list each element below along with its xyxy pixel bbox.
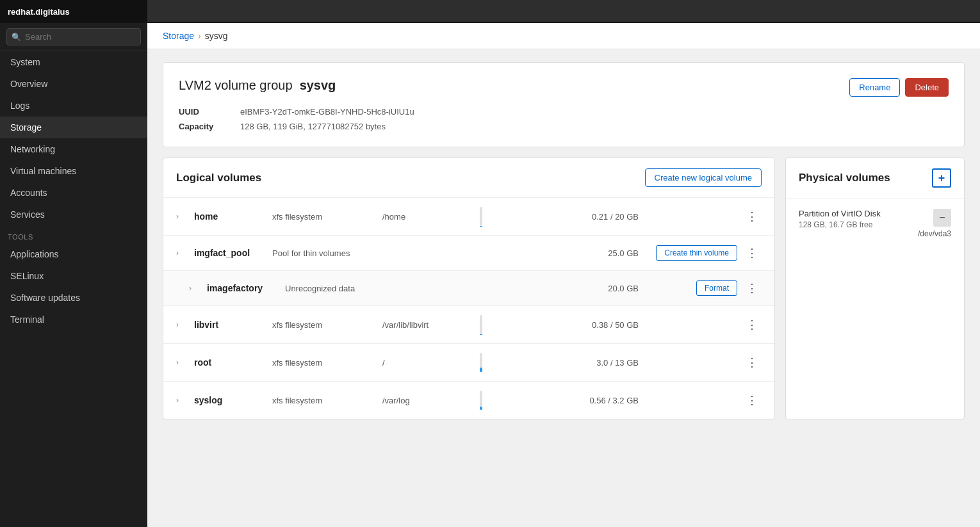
lv-name-libvirt: libvirt [194,320,265,330]
lv-action-home: ⋮ [646,208,762,225]
logical-volumes-panel: Logical volumes Create new logical volum… [163,158,775,419]
lv-menu-btn-imgfact-pool[interactable]: ⋮ [742,245,762,261]
pv-header: Physical volumes + [786,158,964,199]
lv-type-home: xfs filesystem [272,212,375,222]
lv-name-syslog: syslog [194,395,265,405]
pv-add-button[interactable]: + [932,168,951,188]
lv-row-libvirt: › libvirt xfs filesystem /var/lib/libvir… [163,306,774,344]
breadcrumb-separator: › [198,31,201,41]
sidebar-item-system[interactable]: System [0,51,147,73]
lv-name-home: home [194,211,265,222]
lv-type-imagefactory: Unrecognized data [285,284,388,293]
lv-mount-libvirt: /var/lib/libvirt [382,320,472,330]
format-button[interactable]: Format [696,280,737,296]
lv-action-root: ⋮ [646,354,762,371]
breadcrumb-storage-link[interactable]: Storage [163,31,194,41]
breadcrumb-current: sysvg [205,31,228,41]
page-content: LVM2 volume group sysvg Rename Delete UU… [147,49,980,432]
lv-row-syslog: › syslog xfs filesystem /var/log 0.56 / … [163,382,774,419]
lv-menu-btn-home[interactable]: ⋮ [742,208,762,225]
uuid-value: eIBMF3-Y2dT-omkE-GB8I-YNHD-5Hc8-iUIU1u [240,107,414,117]
volume-group-card: LVM2 volume group sysvg Rename Delete UU… [163,62,965,147]
sidebar-item-tools: Tools [0,225,147,243]
sidebar-item-terminal[interactable]: Terminal [0,309,147,330]
lv-action-imgfact-pool: Create thin volume ⋮ [646,245,762,261]
lv-chevron-imgfact-pool[interactable]: › [176,248,186,257]
lv-name-root: root [194,357,265,368]
lv-bar-root [480,353,567,372]
volume-title: LVM2 volume group sysvg [179,78,336,93]
sidebar-item-applications[interactable]: Applications [0,243,147,265]
sidebar-item-accounts[interactable]: Accounts [0,182,147,204]
lv-mount-root: / [382,358,472,368]
pv-item-0: Partition of VirtIO Disk 128 GB, 16.7 GB… [786,199,964,248]
lv-size-imagefactory: 20.0 GB [575,284,639,293]
lv-type-imgfact-pool: Pool for thin volumes [272,248,375,258]
lv-chevron-libvirt[interactable]: › [176,320,186,329]
pv-path-0: /dev/vda3 [918,229,951,238]
pv-remove-button-0[interactable]: − [933,209,951,227]
lv-bar-libvirt [480,315,567,334]
lv-mount-home: /home [382,212,472,222]
lv-row-home: › home xfs filesystem /home 0.21 / 20 GB… [163,198,774,236]
pv-size-0: 128 GB, 16.7 GB free [799,220,881,229]
search-input[interactable] [6,28,141,45]
app-title: redhat.digitalus [0,0,147,23]
uuid-label: UUID [179,107,230,117]
sidebar-item-logs[interactable]: Logs [0,95,147,117]
capacity-value: 128 GB, 119 GiB, 127771082752 bytes [240,122,386,131]
delete-button[interactable]: Delete [905,78,949,97]
lv-bar-syslog [480,391,567,410]
lv-name-imgfact-pool: imgfact_pool [194,248,265,258]
lv-type-syslog: xfs filesystem [272,396,375,405]
create-logical-volume-button[interactable]: Create new logical volume [645,168,762,187]
sidebar-item-networking[interactable]: Networking [0,138,147,160]
search-area: 🔍 [0,23,147,51]
search-icon: 🔍 [12,33,21,42]
volume-meta: UUID eIBMF3-Y2dT-omkE-GB8I-YNHD-5Hc8-iUI… [179,107,949,131]
lv-action-libvirt: ⋮ [646,316,762,333]
lv-section: Logical volumes Create new logical volum… [163,158,965,419]
lv-size-libvirt: 0.38 / 50 GB [575,320,639,330]
lv-chevron-root[interactable]: › [176,358,186,367]
lv-size-home: 0.21 / 20 GB [575,212,639,222]
lv-chevron-imagefactory[interactable]: › [189,284,199,293]
lv-menu-btn-root[interactable]: ⋮ [742,354,762,371]
lv-menu-btn-syslog[interactable]: ⋮ [742,392,762,409]
capacity-row: Capacity 128 GB, 119 GiB, 127771082752 b… [179,122,949,131]
lv-row-root: › root xfs filesystem / 3.0 / 13 GB ⋮ [163,344,774,382]
lv-panel-header: Logical volumes Create new logical volum… [163,158,774,198]
rename-button[interactable]: Rename [849,78,900,97]
lv-bar-home [480,207,567,226]
sidebar-item-services[interactable]: Services [0,204,147,225]
capacity-label: Capacity [179,122,230,131]
lv-type-libvirt: xfs filesystem [272,320,375,330]
sidebar-item-overview[interactable]: Overview [0,73,147,95]
lv-mount-syslog: /var/log [382,396,472,405]
volume-header: LVM2 volume group sysvg Rename Delete [179,78,949,97]
lv-name-imagefactory: imagefactory [207,283,277,293]
sidebar: redhat.digitalus 🔍 System Overview Logs … [0,0,147,527]
pv-name-0: Partition of VirtIO Disk [799,209,881,218]
lv-menu-btn-imagefactory[interactable]: ⋮ [742,280,762,296]
sidebar-item-virtual-machines[interactable]: Virtual machines [0,160,147,182]
lv-size-syslog: 0.56 / 3.2 GB [575,396,639,405]
lv-size-root: 3.0 / 13 GB [575,358,639,368]
sidebar-item-software-updates[interactable]: Software updates [0,287,147,309]
lv-row-imagefactory: › imagefactory Unrecognized data 20.0 GB… [163,271,774,306]
lv-menu-btn-libvirt[interactable]: ⋮ [742,316,762,333]
lv-title: Logical volumes [176,172,261,184]
sidebar-item-selinux[interactable]: SELinux [0,265,147,287]
lv-row-imgfact-pool: › imgfact_pool Pool for thin volumes 25.… [163,236,774,271]
pv-title: Physical volumes [799,172,890,184]
lv-chevron-syslog[interactable]: › [176,396,186,405]
lv-size-imgfact-pool: 25.0 GB [575,248,639,258]
main-content: Storage › sysvg LVM2 volume group sysvg … [147,0,980,527]
sidebar-item-storage[interactable]: Storage [0,117,147,138]
physical-volumes-panel: Physical volumes + Partition of VirtIO D… [785,158,965,419]
volume-actions: Rename Delete [849,78,949,97]
create-thin-volume-button[interactable]: Create thin volume [656,245,737,261]
breadcrumb: Storage › sysvg [147,23,980,49]
lv-type-root: xfs filesystem [272,358,375,368]
lv-chevron-home[interactable]: › [176,212,186,221]
